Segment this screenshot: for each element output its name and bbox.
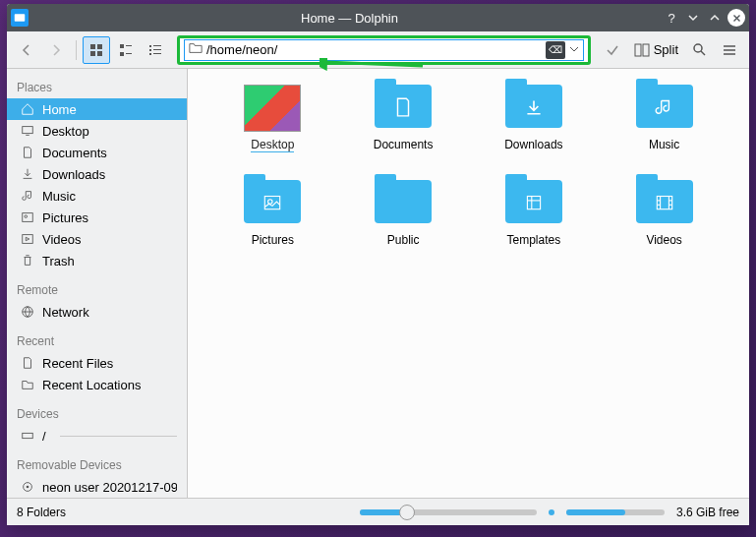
downloads-icon [505, 85, 562, 132]
minimize-button[interactable] [684, 9, 702, 27]
sidebar-item-downloads[interactable]: Downloads [7, 163, 187, 185]
svg-rect-13 [149, 53, 151, 55]
file-item-videos[interactable]: Videos [611, 180, 719, 247]
file-label: Public [387, 233, 420, 247]
svg-rect-38 [657, 197, 671, 209]
sidebar-item-desktop[interactable]: Desktop [7, 120, 187, 142]
sidebar-item-trash[interactable]: Trash [7, 250, 187, 271]
svg-rect-4 [97, 51, 102, 56]
svg-rect-5 [120, 44, 124, 48]
file-label: Documents [374, 138, 434, 151]
sidebar-item-home[interactable]: Home [7, 98, 187, 120]
free-space: 3.6 GiB free [676, 506, 739, 519]
file-item-downloads[interactable]: Downloads [480, 85, 588, 152]
templates-icon [505, 180, 562, 227]
svg-rect-12 [153, 49, 161, 50]
split-label: Split [654, 42, 678, 57]
svg-rect-8 [126, 53, 132, 54]
close-button[interactable] [727, 9, 745, 27]
svg-rect-14 [153, 53, 161, 54]
svg-rect-10 [153, 45, 161, 46]
file-grid[interactable]: DesktopDocumentsDownloadsMusicPicturesPu… [188, 69, 749, 498]
svg-rect-9 [149, 45, 151, 47]
svg-rect-11 [149, 49, 151, 51]
documents-icon [375, 85, 432, 132]
sidebar-item-root[interactable]: / [7, 425, 187, 447]
content-area: Places Home Desktop Documents Downloads … [7, 69, 749, 498]
file-item-pictures[interactable]: Pictures [218, 180, 326, 247]
svg-point-34 [268, 200, 272, 204]
disk-indicator-icon [549, 509, 554, 515]
file-item-desktop[interactable]: Desktop [218, 85, 326, 152]
svg-point-32 [27, 486, 29, 489]
folder-icon [189, 41, 203, 58]
file-label: Desktop [251, 138, 294, 152]
details-view-button[interactable] [142, 36, 169, 64]
zoom-slider[interactable] [360, 509, 537, 515]
svg-rect-15 [635, 44, 641, 56]
file-view: DesktopDocumentsDownloadsMusicPicturesPu… [188, 69, 749, 498]
toolbar: ⌫ Split [7, 31, 749, 69]
disk-usage-bar [566, 509, 665, 515]
remote-header: Remote [7, 279, 187, 301]
places-panel: Places Home Desktop Documents Downloads … [7, 69, 188, 498]
pictures-icon [244, 180, 301, 227]
menu-button[interactable] [716, 36, 743, 64]
address-bar-highlight: ⌫ [177, 35, 591, 65]
split-button[interactable]: Split [628, 36, 684, 64]
sidebar-item-usb[interactable]: neon user 20201217-09:5 [7, 476, 187, 498]
file-item-templates[interactable]: Templates [480, 180, 588, 247]
svg-line-18 [701, 51, 705, 55]
maximize-button[interactable] [706, 9, 724, 27]
file-label: Pictures [252, 233, 294, 247]
folder-icon [375, 180, 432, 227]
file-label: Music [649, 138, 679, 151]
icons-view-button[interactable] [83, 36, 110, 64]
window-title: Home — Dolphin [36, 11, 663, 26]
dolphin-window: Home — Dolphin ? ⌫ Split [7, 4, 749, 525]
clear-icon[interactable]: ⌫ [546, 41, 565, 59]
svg-rect-16 [643, 44, 649, 56]
svg-rect-24 [23, 127, 33, 134]
sidebar-item-pictures[interactable]: Pictures [7, 207, 187, 228]
help-button[interactable]: ? [663, 9, 680, 27]
removable-header: Removable Devices [7, 454, 187, 476]
svg-rect-1 [90, 44, 95, 49]
file-item-music[interactable]: Music [611, 85, 719, 152]
svg-rect-3 [90, 51, 95, 56]
compact-view-button[interactable] [112, 36, 140, 64]
forward-button[interactable] [42, 36, 70, 64]
file-label: Downloads [504, 138, 562, 151]
svg-rect-28 [23, 235, 33, 244]
search-button[interactable] [686, 36, 714, 64]
music-icon [636, 85, 693, 132]
sidebar-item-music[interactable]: Music [7, 185, 187, 207]
address-bar[interactable]: ⌫ [184, 39, 584, 61]
svg-rect-0 [15, 14, 26, 22]
devices-header: Devices [7, 403, 187, 425]
svg-rect-30 [23, 433, 33, 438]
path-input[interactable] [206, 42, 542, 57]
address-dropdown[interactable] [569, 42, 579, 57]
svg-rect-6 [126, 45, 132, 46]
desktop-icon [244, 85, 301, 132]
app-icon [11, 9, 29, 27]
sidebar-item-recent-files[interactable]: Recent Files [7, 352, 187, 374]
svg-rect-7 [120, 52, 124, 56]
titlebar[interactable]: Home — Dolphin ? [7, 4, 749, 31]
sidebar-item-recent-locations[interactable]: Recent Locations [7, 374, 187, 395]
file-item-documents[interactable]: Documents [349, 85, 457, 152]
places-header: Places [7, 77, 187, 98]
back-button[interactable] [13, 36, 40, 64]
sidebar-item-videos[interactable]: Videos [7, 228, 187, 250]
confirm-button[interactable] [599, 36, 626, 64]
file-label: Templates [507, 233, 561, 247]
sidebar-item-documents[interactable]: Documents [7, 142, 187, 163]
svg-rect-2 [97, 44, 102, 49]
sidebar-item-network[interactable]: Network [7, 301, 187, 323]
item-count: 8 Folders [17, 506, 66, 519]
file-item-public[interactable]: Public [349, 180, 457, 247]
svg-rect-26 [23, 213, 33, 222]
recent-header: Recent [7, 330, 187, 352]
split-icon [634, 42, 650, 58]
